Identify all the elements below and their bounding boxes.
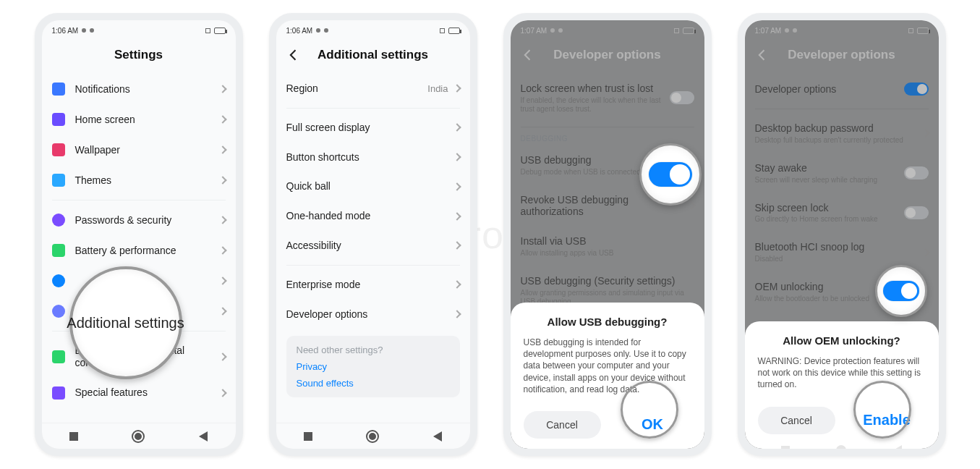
back-arrow-icon[interactable] <box>286 48 301 62</box>
chevron-right-icon <box>218 145 226 153</box>
clock: 1:06 AM <box>286 27 313 35</box>
chevron-right-icon <box>218 115 226 123</box>
status-icon <box>82 28 86 33</box>
row-one-handed-mode[interactable]: One-handed mode <box>286 201 460 231</box>
status-bar: 1:06 AM <box>42 20 236 41</box>
dialog-oem-unlocking: Allow OEM unlocking? WARNING: Device pro… <box>745 321 939 449</box>
home-button[interactable] <box>133 431 143 441</box>
dialog-usb-debugging: Allow USB debugging? USB debugging is in… <box>511 303 704 449</box>
settings-row-home-screen[interactable]: Home screen <box>52 104 226 135</box>
cancel-button[interactable]: Cancel <box>524 411 601 439</box>
other-settings-card: Need other settings? Privacy Sound effec… <box>286 336 460 397</box>
row-install-usb[interactable]: Install via USBAllow installing apps via… <box>521 227 694 266</box>
chevron-right-icon <box>218 389 226 397</box>
magnifier-ok-button <box>621 381 678 439</box>
dialog-body: WARNING: Device protection features will… <box>758 355 926 391</box>
row-stay-awake[interactable]: Stay awakeScreen will never sleep while … <box>755 153 929 193</box>
row-quick-ball[interactable]: Quick ball <box>286 172 460 201</box>
status-bar: 1:07 AM <box>745 20 939 41</box>
dialog-title: Allow OEM unlocking? <box>758 334 926 347</box>
status-bar: 1:07 AM <box>511 20 704 41</box>
magnifier-additional-settings: Additional settings <box>69 266 182 379</box>
page-title: Settings <box>42 41 236 69</box>
phone-1: 1:06 AM Settings Notifications Home scre… <box>35 13 243 456</box>
settings-row-wallpaper[interactable]: Wallpaper <box>52 135 226 165</box>
settings-row-battery[interactable]: Battery & performance <box>52 235 226 266</box>
phone-3: 1:07 AM Developer options Lock screen wh… <box>503 13 712 456</box>
chevron-right-icon <box>218 246 226 254</box>
page-title: Additional settings <box>318 48 428 62</box>
phone-4: 1:07 AM Developer options Developer opti… <box>738 13 946 456</box>
row-skip-screen-lock[interactable]: Skip screen lockGo directly to Home scre… <box>755 193 929 233</box>
back-arrow-icon[interactable] <box>521 48 535 62</box>
dialog-title: Allow USB debugging? <box>524 316 691 328</box>
chevron-right-icon <box>218 176 226 184</box>
magnifier-enable-button <box>853 381 911 439</box>
usb-debugging-toggle-on[interactable] <box>649 162 692 187</box>
back-button[interactable] <box>893 445 902 449</box>
settings-row-security[interactable]: Passwords & security <box>52 205 226 235</box>
skip-lock-toggle[interactable] <box>904 206 929 219</box>
clock: 1:06 AM <box>52 27 79 35</box>
stay-awake-toggle[interactable] <box>904 166 929 179</box>
sound-effects-link[interactable]: Sound effects <box>297 378 450 389</box>
status-icon <box>90 28 94 33</box>
nav-bar <box>42 423 236 449</box>
back-button[interactable] <box>199 431 208 441</box>
row-full-screen-display[interactable]: Full screen display <box>286 113 460 143</box>
chevron-right-icon <box>218 352 226 360</box>
phone-2: 1:06 AM Additional settings RegionIndia … <box>269 13 477 456</box>
row-button-shortcuts[interactable]: Button shortcuts <box>286 143 460 172</box>
sim-icon <box>205 28 210 33</box>
row-dev-options-toggle[interactable]: Developer options <box>755 74 929 104</box>
home-button[interactable] <box>367 431 378 441</box>
chevron-right-icon <box>218 307 226 315</box>
back-button[interactable] <box>433 431 442 441</box>
row-accessibility[interactable]: Accessibility <box>286 231 460 261</box>
settings-row-special-features[interactable]: Special features <box>52 378 226 408</box>
page-title: Developer options <box>788 48 895 62</box>
magnifier-oem-toggle <box>875 265 927 317</box>
recent-apps-button[interactable] <box>69 432 78 441</box>
settings-row-themes[interactable]: Themes <box>52 165 226 195</box>
section-label-debugging: DEBUGGING <box>521 135 694 143</box>
settings-row-notifications[interactable]: Notifications <box>52 74 226 104</box>
clock: 1:07 AM <box>755 27 782 35</box>
developer-options-toggle[interactable] <box>904 83 929 96</box>
privacy-link[interactable]: Privacy <box>297 361 450 372</box>
recent-apps-button[interactable] <box>304 432 312 441</box>
toggle-lock-trust[interactable] <box>670 91 694 104</box>
clock: 1:07 AM <box>521 27 547 35</box>
row-developer-options[interactable]: Developer options <box>286 300 460 329</box>
row-enterprise-mode[interactable]: Enterprise mode <box>286 270 460 300</box>
battery-icon <box>214 28 226 34</box>
row-backup-password[interactable]: Desktop backup passwordDesktop full back… <box>755 114 929 153</box>
back-arrow-icon[interactable] <box>755 48 770 62</box>
magnifier-usb-toggle <box>639 143 702 206</box>
home-button[interactable] <box>836 445 846 449</box>
row-lock-trust[interactable]: Lock screen when trust is lostIf enabled… <box>521 74 694 122</box>
oem-unlocking-toggle-on[interactable] <box>883 281 919 301</box>
chevron-right-icon <box>218 276 226 284</box>
status-bar: 1:06 AM <box>276 20 470 41</box>
recent-apps-button[interactable] <box>781 446 790 449</box>
chevron-right-icon <box>218 85 226 93</box>
chevron-right-icon <box>218 216 226 224</box>
page-title: Developer options <box>553 48 660 62</box>
chevron-right-icon <box>453 85 461 93</box>
region-row[interactable]: RegionIndia <box>286 74 460 103</box>
cancel-button[interactable]: Cancel <box>758 407 835 434</box>
